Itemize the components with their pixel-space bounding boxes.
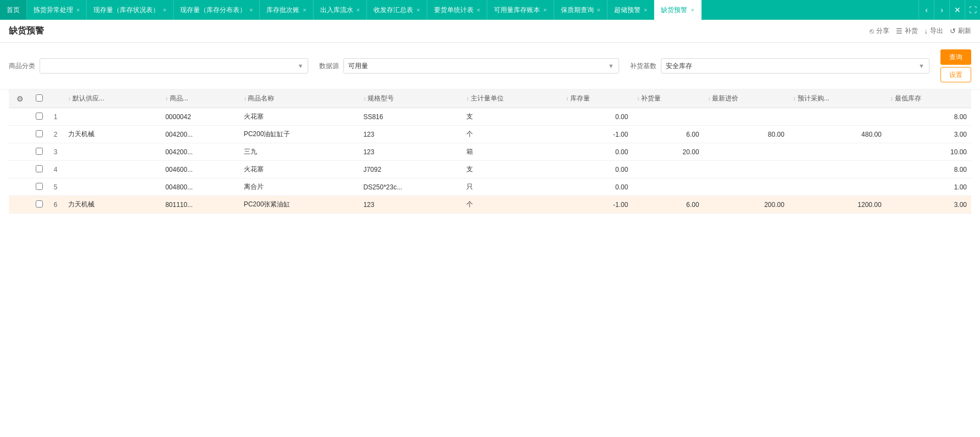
tab-batch-account[interactable]: 库存批次账 × bbox=[260, 0, 313, 20]
table-header-row: ⚙ 默认供应... 商品... 商品名称 bbox=[9, 89, 971, 108]
tab-pick-exception[interactable]: 拣货异常处理 × bbox=[27, 0, 87, 20]
row-checkbox[interactable] bbox=[36, 165, 43, 172]
row-latest-price bbox=[704, 108, 789, 126]
tab-order-stats-close[interactable]: × bbox=[477, 7, 480, 13]
row-number: 6 bbox=[47, 196, 64, 214]
tab-available-ledger-close[interactable]: × bbox=[543, 7, 547, 13]
header-actions: ⎋ 分享 ☰ 补货 ↓ 导出 ↺ 刷新 bbox=[870, 26, 972, 36]
tab-recv-summary-close[interactable]: × bbox=[416, 7, 420, 13]
category-select[interactable]: ▼ bbox=[40, 58, 308, 74]
refresh-button[interactable]: ↺ 刷新 bbox=[950, 26, 971, 36]
filter-category-group: 商品分类 ▼ bbox=[9, 58, 308, 74]
replenish-button[interactable]: ☰ 补货 bbox=[896, 26, 918, 36]
datasource-select[interactable]: 可用量 ▼ bbox=[343, 58, 619, 74]
tab-expiry-query-close[interactable]: × bbox=[597, 7, 600, 13]
col-product-name-header[interactable]: 商品名称 bbox=[240, 89, 359, 108]
row-spec: 123 bbox=[359, 143, 462, 161]
settings-button[interactable]: 设置 bbox=[940, 67, 971, 82]
tab-inventory-dist[interactable]: 现存量（库存分布表） × bbox=[174, 0, 260, 20]
tab-order-stats[interactable]: 要货单统计表 × bbox=[427, 0, 487, 20]
col-settings: ⚙ bbox=[9, 89, 31, 108]
tab-pick-exception-close[interactable]: × bbox=[76, 7, 80, 13]
table-row: 4 004600... 火花塞 J7092 支 0.00 8.00 bbox=[9, 161, 971, 178]
tab-expiry-query-label: 保质期查询 bbox=[561, 5, 594, 15]
col-product-code-header[interactable]: 商品... bbox=[161, 89, 240, 108]
row-min-stock: 10.00 bbox=[886, 143, 971, 161]
export-icon: ↓ bbox=[925, 27, 928, 35]
row-product-code: 004600... bbox=[161, 161, 240, 178]
row-stock: 0.00 bbox=[561, 108, 632, 126]
row-est-purchase: 1200.00 bbox=[789, 196, 886, 214]
tab-shortage-close[interactable]: × bbox=[691, 7, 694, 13]
tab-inventory-dist-close[interactable]: × bbox=[249, 7, 253, 13]
tab-available-ledger-label: 可用量库存账本 bbox=[494, 5, 540, 15]
filter-actions: 查询 设置 bbox=[940, 49, 971, 82]
tab-recv-summary-label: 收发存汇总表 bbox=[374, 5, 413, 15]
filter-replenish-base-group: 补货基数 安全库存 ▼ bbox=[630, 58, 929, 74]
row-supplier bbox=[64, 108, 161, 126]
col-spec-header[interactable]: 规格型号 bbox=[359, 89, 462, 108]
table-row: 3 004200... 三九 123 箱 0.00 20.00 10.00 bbox=[9, 143, 971, 161]
nav-next-button[interactable]: › bbox=[934, 0, 949, 20]
row-checkbox[interactable] bbox=[36, 183, 43, 190]
share-label: 分享 bbox=[876, 26, 889, 36]
nav-fullscreen-button[interactable]: ⛶ bbox=[965, 0, 980, 20]
page-title: 缺货预警 bbox=[9, 25, 870, 37]
page-header: 缺货预警 ⎋ 分享 ☰ 补货 ↓ 导出 ↺ 刷新 bbox=[0, 20, 980, 43]
col-unit-header[interactable]: 主计量单位 bbox=[462, 89, 561, 108]
tab-overstock-close[interactable]: × bbox=[644, 7, 647, 13]
row-unit: 箱 bbox=[462, 143, 561, 161]
replenish-base-select[interactable]: 安全库存 ▼ bbox=[661, 58, 929, 74]
row-checkbox[interactable] bbox=[36, 200, 43, 208]
row-supplier bbox=[64, 161, 161, 178]
tab-home[interactable]: 首页 bbox=[0, 0, 27, 20]
share-button[interactable]: ⎋ 分享 bbox=[870, 26, 889, 36]
row-checkbox[interactable] bbox=[36, 113, 43, 120]
query-button[interactable]: 查询 bbox=[940, 49, 971, 65]
row-settings-cell bbox=[9, 126, 31, 143]
col-est-purchase-header[interactable]: 预计采购... bbox=[789, 89, 886, 108]
table-row: 1 0000042 火花塞 SS816 支 0.00 8.00 bbox=[9, 108, 971, 126]
col-stock-header[interactable]: 库存量 bbox=[561, 89, 632, 108]
row-product-code: 004200... bbox=[161, 143, 240, 161]
row-number: 1 bbox=[47, 108, 64, 126]
table-row: 5 004800... 离合片 DS250*23c... 只 0.00 1.00 bbox=[9, 178, 971, 196]
datasource-value: 可用量 bbox=[348, 61, 368, 71]
tab-overstock[interactable]: 超储预警 × bbox=[608, 0, 654, 20]
tab-expiry-query[interactable]: 保质期查询 × bbox=[554, 0, 608, 20]
col-replenish-qty-header[interactable]: 补货量 bbox=[632, 89, 703, 108]
export-button[interactable]: ↓ 导出 bbox=[925, 26, 944, 36]
col-min-stock-header[interactable]: 最低库存 bbox=[886, 89, 971, 108]
tab-shortage[interactable]: 缺货预警 × bbox=[654, 0, 701, 20]
tab-inventory-status-close[interactable]: × bbox=[163, 7, 166, 13]
select-all-checkbox[interactable] bbox=[36, 94, 43, 102]
row-checkbox[interactable] bbox=[36, 148, 43, 155]
nav-prev-button[interactable]: ‹ bbox=[918, 0, 934, 20]
tab-inventory-status[interactable]: 现存量（库存状况表） × bbox=[87, 0, 173, 20]
row-unit: 支 bbox=[462, 108, 561, 126]
row-checkbox-cell bbox=[31, 161, 47, 178]
col-latest-price-header[interactable]: 最新进价 bbox=[704, 89, 789, 108]
row-checkbox[interactable] bbox=[36, 130, 43, 137]
row-est-purchase bbox=[789, 143, 886, 161]
tab-in-out-flow[interactable]: 出入库流水 × bbox=[314, 0, 367, 20]
row-replenish-qty: 6.00 bbox=[632, 126, 703, 143]
col-checkbox-header bbox=[31, 89, 47, 108]
row-est-purchase: 480.00 bbox=[789, 126, 886, 143]
tab-batch-account-close[interactable]: × bbox=[303, 7, 306, 13]
replenish-base-arrow-icon: ▼ bbox=[918, 63, 925, 69]
row-unit: 个 bbox=[462, 126, 561, 143]
tab-in-out-flow-close[interactable]: × bbox=[357, 7, 360, 13]
nav-close-button[interactable]: ✕ bbox=[949, 0, 965, 20]
row-product-name: PC200油缸缸子 bbox=[240, 126, 359, 143]
tab-recv-summary[interactable]: 收发存汇总表 × bbox=[367, 0, 427, 20]
col-supplier-header[interactable]: 默认供应... bbox=[64, 89, 161, 108]
row-min-stock: 3.00 bbox=[886, 126, 971, 143]
tab-available-ledger[interactable]: 可用量库存账本 × bbox=[487, 0, 554, 20]
gear-icon[interactable]: ⚙ bbox=[15, 94, 24, 103]
row-product-name: 三九 bbox=[240, 143, 359, 161]
row-product-code: 004200... bbox=[161, 126, 240, 143]
category-label: 商品分类 bbox=[9, 61, 35, 71]
row-replenish-qty bbox=[632, 178, 703, 196]
row-supplier: 力天机械 bbox=[64, 126, 161, 143]
